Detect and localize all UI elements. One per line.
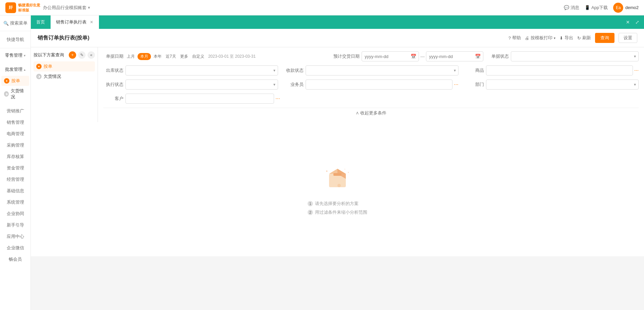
scheme-actions: + ✎ « [69,51,95,59]
delivery-status-wrap [125,65,278,75]
sidebar-item-wechat[interactable]: 企业微信 [0,242,31,254]
breadcrumb-arrow-icon[interactable]: ▾ [88,5,90,10]
export-action[interactable]: ⬇ 导出 [559,35,573,41]
expected-date-start-input[interactable] [362,51,419,61]
sidebar-item-member[interactable]: 畅会员 [0,254,31,265]
refresh-icon: ↻ [577,36,581,41]
delivery-status-select[interactable] [125,65,278,75]
customer-input[interactable] [125,94,274,104]
date-quick-buttons: 上月 本月 本年 近7天 更多 自定义 [125,53,206,60]
sidebar-search-area: 🔍 搜索菜单 [0,15,31,31]
template-print-action[interactable]: 🖨 按模板打印 ▾ [525,35,555,41]
filter-row-1: 单据日期 上月 本月 本年 近7天 更多 自定义 20 [103,51,639,61]
member-label: 畅会员 [9,257,22,262]
basic-label: 基础信息 [7,188,24,193]
goods-more-icon[interactable]: ··· [634,67,639,73]
date-custom-button[interactable]: 自定义 [191,53,206,60]
user-info[interactable]: Ea demo2 [613,3,639,13]
sidebar-item-operation[interactable]: 经营管理 [0,174,31,185]
customer-control: ··· [125,94,280,104]
quick-nav-area: 快捷导航 [0,31,31,48]
salesman-filter: 业务员 ··· [283,80,458,90]
tab-home[interactable]: 首页 [31,15,51,29]
tab-sales-order[interactable]: 销售订单执行表 ✕ [51,15,99,29]
department-select[interactable] [486,80,639,90]
sidebar-subitem-press-order[interactable]: ● 按单 [1,76,29,86]
wholesale-label: 批发管理 [5,66,22,72]
expected-date-end-input[interactable] [426,51,483,61]
date-this-year-button[interactable]: 本年 [152,53,163,60]
delivery-status-filter: 出库状态 [103,65,278,75]
sidebar-item-app-center[interactable]: 应用中心 [0,231,31,242]
date-range-text: 2023-03-01 至 2023-03-31 [208,54,256,59]
customer-more-icon[interactable]: ··· [275,96,280,102]
exec-status-select[interactable] [125,80,278,90]
salesman-input[interactable] [306,80,452,90]
sidebar-item-retail[interactable]: 零售管理 ▾ [0,50,31,60]
bill-date-label: 单据日期 [103,53,123,59]
sidebar-item-purchase[interactable]: 采购管理 [0,140,31,151]
payment-status-select[interactable] [306,65,458,75]
expected-date-label: 预计交货日期 [333,53,360,59]
sidebar-item-sales[interactable]: 销售管理 [0,117,31,128]
edit-scheme-button[interactable]: ✎ [78,51,86,59]
sidebar-item-system[interactable]: 系统管理 [0,197,31,208]
sidebar-item-inventory[interactable]: 库存核算 [0,151,31,162]
exec-status-label: 执行状态 [103,82,123,88]
date-more-button[interactable]: 更多 [179,53,190,60]
bill-date-control: 上月 本月 本年 近7天 更多 自定义 2023-03-01 至 2023-03… [125,53,328,60]
tab-maximize-button[interactable]: ⤢ [633,18,641,26]
bill-status-select[interactable] [511,51,639,61]
query-button[interactable]: 查询 [595,33,614,43]
svg-text:✦: ✦ [326,170,328,173]
app-download-icon: 📱 [585,5,590,10]
sidebar-item-finance[interactable]: 资金管理 [0,162,31,174]
settings-button[interactable]: 设置 [619,33,637,43]
sidebar-subitem-debt[interactable]: ◑ 欠货情况 [1,86,29,102]
bill-date-filter: 单据日期 上月 本月 本年 近7天 更多 自定义 20 [103,53,328,60]
tab-minimize-button[interactable]: ✕ [624,18,632,26]
retail-arrow-icon: ▾ [24,54,25,57]
sidebar-item-enterprise[interactable]: 企业协同 [0,208,31,219]
customer-filter: 客户 ··· [103,94,280,104]
sidebar-item-wholesale[interactable]: 批发管理 ▴ [0,64,31,74]
tab-close-icon[interactable]: ✕ [90,20,93,24]
expected-date-control: 📅 — 📅 [362,51,483,61]
empty-illustration: ✦ ✦ ✦ [321,160,354,194]
sidebar-item-ecommerce[interactable]: 电商管理 [0,128,31,140]
date-last7-button[interactable]: 近7天 [164,53,177,60]
date-this-month-button[interactable]: 本月 [138,53,151,60]
sidebar-item-quick-nav[interactable]: 快捷导航 [0,34,31,45]
refresh-label: 刷新 [582,35,591,41]
sidebar-item-guide[interactable]: 新手引导 [0,219,31,231]
scheme-option-press-order[interactable]: ● 按单 [34,61,95,71]
debt-scheme-icon: ◑ [36,74,42,79]
scheme-option-debt[interactable]: ◑ 欠货情况 [34,71,95,82]
search-menu-button[interactable]: 🔍 搜索菜单 [3,19,28,28]
breadcrumb-text: 办公用品行业模拟账套 [43,5,87,11]
goods-label: 商品 [464,67,484,73]
empty-state: ✦ ✦ ✦ 1 请先选择要分析的方案 2 用过滤条件来缩小分析范围 [31,122,644,256]
exec-status-wrap [125,80,278,90]
collapse-scheme-button[interactable]: « [88,51,95,59]
help-label: 帮助 [512,35,521,41]
sidebar-item-basic[interactable]: 基础信息 [0,185,31,197]
message-action[interactable]: 💬 消息 [564,5,579,11]
salesman-more-icon[interactable]: ··· [454,82,458,88]
content-area: 首页 销售订单执行表 ✕ ✕ ⤢ 销售订单执行表(按单) ? 帮助 [31,15,644,310]
filter-row-3: 执行状态 业务员 ··· [103,80,639,90]
press-order-label: 按单 [11,78,20,84]
add-scheme-button[interactable]: + [69,51,76,59]
goods-input[interactable] [486,65,633,75]
salesman-control: ··· [306,80,458,90]
date-last-month-button[interactable]: 上月 [125,53,136,60]
template-print-label: 按模板打印 [531,35,552,41]
system-label: 系统管理 [7,200,24,205]
refresh-action[interactable]: ↻ 刷新 [577,35,591,41]
sidebar-item-marketing[interactable]: 营销推广 [0,105,31,117]
exec-status-filter: 执行状态 [103,80,278,90]
goods-filter: 商品 ··· [464,65,639,75]
app-download-action[interactable]: 📱 App下载 [585,5,608,11]
help-action[interactable]: ? 帮助 [508,35,521,41]
collapse-filters-button[interactable]: ∧ 收起更多条件 [103,108,639,118]
